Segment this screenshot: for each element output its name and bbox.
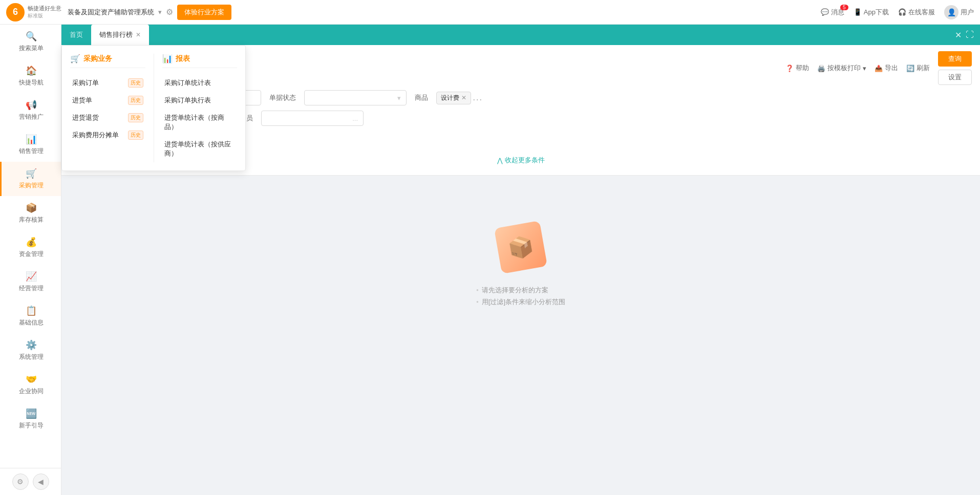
history-badge-3: 历史 [128,131,143,140]
dropdown-item-goods-stat[interactable]: 进货单统计表（按商品） [162,109,238,136]
export-icon: 📤 [875,64,883,72]
dropdown-item-po-stat[interactable]: 采购订单统计表 [162,74,238,92]
sidebar-item-system[interactable]: ⚙️ 系统管理 [0,333,61,368]
sidebar-item-inventory[interactable]: 📦 库存核算 [0,196,61,230]
tab-sales-rank[interactable]: 销售排行榜 ✕ [91,25,149,45]
finance-icon: 💰 [26,236,37,248]
sidebar-item-operations[interactable]: 📈 经营管理 [0,265,61,299]
avatar: 👤 [944,5,958,19]
tab-bar: 首页 销售排行榜 ✕ ✕ ⛶ [61,25,980,45]
salesperson-input[interactable]: ... [261,111,364,126]
sidebar-item-label: 库存核算 [19,216,44,224]
sidebar-item-nav[interactable]: 🏠 快捷导航 [0,59,61,93]
help-button[interactable]: ❓ 帮助 [785,63,809,73]
top-header: 6 畅捷通好生意 标准版 装备及固定资产辅助管理系统 ▾ ⚙ 体验行业方案 💬 … [0,0,980,25]
dropdown-item-supplier-stat[interactable]: 进货单统计表（按供应商） [162,136,238,162]
empty-state: 📦 请先选择要分析的方案 用[过滤]条件来缩小分析范围 [61,176,980,349]
online-service-button[interactable]: 🎧 在线客服 [898,8,935,17]
po-exec-label: 采购订单执行表 [164,96,211,105]
system-dropdown-icon[interactable]: ▾ [158,8,162,16]
system-name: 装备及固定资产辅助管理系统 [68,8,154,17]
guide-icon: 🆕 [26,408,37,419]
sidebar: 🔍 搜索菜单 🏠 快捷导航 📢 营销推广 📊 销售管理 🛒 采购管理 📦 库存核… [0,25,61,495]
print-dropdown-icon[interactable]: ▾ [863,64,866,72]
doc-status-dropdown-icon[interactable]: ▾ [397,94,401,102]
empty-hint-2: 用[过滤]条件来缩小分析范围 [476,296,565,308]
maximize-icon[interactable]: ⛶ [966,30,974,39]
purchase-col-icon: 🛒 [70,54,80,63]
stock-return-label: 进货退货 [72,113,99,122]
app-logo-icon: 6 [6,3,25,21]
sidebar-item-finance[interactable]: 💰 资金管理 [0,230,61,265]
sidebar-item-search[interactable]: 🔍 搜索菜单 [0,25,61,59]
history-badge-0: 历史 [128,78,143,88]
sidebar-item-label: 经营管理 [19,284,44,293]
dropdown-col2-title-text: 报表 [176,54,190,63]
sidebar-item-marketing[interactable]: 📢 营销推广 [0,93,61,127]
sidebar-item-label: 营销推广 [19,113,44,121]
settings-gear-icon[interactable]: ⚙ [166,7,173,17]
dropdown-col2-title: 📊 报表 [162,54,238,68]
print-label: 按模板打印 [827,63,861,73]
salesperson-dots[interactable]: ... [352,115,358,122]
empty-hint-1: 请先选择要分析的方案 [476,284,565,296]
query-button[interactable]: 查询 [938,51,972,67]
message-icon: 💬 [821,8,829,16]
sidebar-item-label: 搜索菜单 [19,44,44,53]
dropdown-item-purchase-order[interactable]: 采购订单 历史 [70,74,145,92]
refresh-label: 刷新 [917,63,930,73]
sales-icon: 📊 [26,134,37,145]
print-button[interactable]: 🖨️ 按模板打印 ▾ [817,63,866,73]
sidebar-item-sales[interactable]: 📊 销售管理 [0,127,61,162]
stock-in-label: 进货单 [72,96,92,105]
collapse-up-icon: ⋀ [497,157,503,164]
sidebar-item-guide[interactable]: 🆕 新手引导 [0,402,61,436]
refresh-button[interactable]: 🔄 刷新 [906,63,930,73]
dropdown-item-stock-in[interactable]: 进货单 历史 [70,92,145,109]
dropdown-col1-title-text: 采购业务 [83,54,112,63]
logo-area: 6 畅捷通好生意 标准版 [6,3,68,21]
po-stat-label: 采购订单统计表 [164,78,211,88]
sidebar-item-label: 销售管理 [19,147,44,156]
doc-status-label: 单据状态 [269,93,296,102]
trial-button[interactable]: 体验行业方案 [177,5,231,20]
tab-home[interactable]: 首页 [61,25,91,45]
settings-button[interactable]: 设置 [938,70,972,85]
tab-close-icon[interactable]: ✕ [136,31,141,38]
app-download-button[interactable]: 📱 App下载 [854,8,889,17]
dropdown-item-purchase-expense[interactable]: 采购费用分摊单 历史 [70,126,145,144]
empty-icon: 📦 [490,217,551,278]
supplier-stat-label: 进货单统计表（按供应商） [164,140,236,158]
history-badge-2: 历史 [128,113,143,122]
sidebar-item-purchase[interactable]: 🛒 采购管理 [0,162,61,196]
message-button[interactable]: 💬 消息 5 [821,8,844,17]
sidebar-item-basic[interactable]: 📋 基础信息 [0,299,61,333]
message-badge: 5 [840,5,848,10]
online-service-label: 在线客服 [908,8,935,17]
settings-button[interactable]: ⚙ [12,474,29,490]
doc-status-input[interactable]: ▾ [304,90,407,105]
sidebar-item-enterprise[interactable]: 🤝 企业协同 [0,368,61,402]
header-right: 💬 消息 5 📱 App下载 🎧 在线客服 👤 用户 [821,5,974,19]
user-area[interactable]: 👤 用户 [944,5,974,19]
home-icon: 🏠 [26,65,37,76]
close-window-icon[interactable]: ✕ [955,30,962,40]
tab-expand-area: ✕ ⛶ [955,30,980,40]
sidebar-item-label: 企业协同 [19,387,44,396]
collapse-sidebar-button[interactable]: ◀ [33,474,49,490]
inventory-icon: 📦 [26,202,37,213]
goods-tag-close[interactable]: ✕ [461,94,466,101]
goods-tag: 设计费 ✕ [436,92,471,104]
refresh-icon: 🔄 [906,64,914,72]
system-icon: ⚙️ [26,339,37,351]
dropdown-col-purchase: 🛒 采购业务 采购订单 历史 进货单 历史 进货退货 历史 采购费用分摊单 历史 [62,54,154,162]
collapse-label: 收起更多条件 [505,156,545,165]
goods-dots[interactable]: ... [473,93,483,102]
sidebar-item-label: 系统管理 [19,353,44,361]
headset-icon: 🎧 [898,8,906,16]
export-button[interactable]: 📤 导出 [875,63,898,73]
dropdown-item-po-exec[interactable]: 采购订单执行表 [162,92,238,109]
basic-icon: 📋 [26,305,37,316]
dropdown-item-stock-return[interactable]: 进货退货 历史 [70,109,145,126]
search-icon: 🔍 [26,31,37,42]
